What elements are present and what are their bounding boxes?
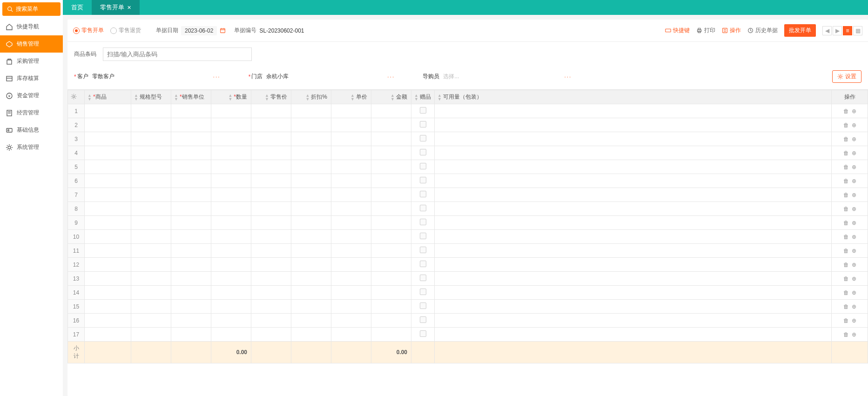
table-row[interactable]: 13🗑⊕ [68,272,868,286]
table-row[interactable]: 7🗑⊕ [68,188,868,202]
print-link[interactable]: 打印 [696,27,715,34]
gift-checkbox[interactable] [420,205,426,211]
col-discount[interactable]: ▲▼折扣% [291,90,331,104]
gift-checkbox[interactable] [420,261,426,267]
add-row-icon[interactable]: ⊕ [852,136,856,142]
table-row[interactable]: 8🗑⊕ [68,202,868,216]
delete-row-icon[interactable]: 🗑 [843,108,849,114]
add-row-icon[interactable]: ⊕ [852,206,856,212]
gift-checkbox[interactable] [420,289,426,295]
gift-checkbox[interactable] [420,219,426,225]
sidebar-item-purchase[interactable]: 采购管理 [0,53,63,70]
col-avail[interactable]: ▲▼可用量（包装） [435,90,832,104]
delete-row-icon[interactable]: 🗑 [843,136,849,142]
barcode-input[interactable] [103,47,252,61]
delete-row-icon[interactable]: 🗑 [843,303,849,310]
delete-row-icon[interactable]: 🗑 [843,192,849,198]
add-row-icon[interactable]: ⊕ [852,192,856,198]
delete-row-icon[interactable]: 🗑 [843,317,849,324]
shortcut-link[interactable]: 快捷键 [665,27,690,34]
add-row-icon[interactable]: ⊕ [852,248,856,254]
col-gift[interactable]: ▲▼赠品 [411,90,435,104]
add-row-icon[interactable]: ⊕ [852,164,856,170]
add-row-icon[interactable]: ⊕ [852,150,856,156]
delete-row-icon[interactable]: 🗑 [843,248,849,254]
delete-row-icon[interactable]: 🗑 [843,150,849,156]
history-link[interactable]: 历史单据 [747,27,778,34]
add-row-icon[interactable]: ⊕ [852,108,856,114]
settings-button[interactable]: 设置 [832,70,861,83]
add-row-icon[interactable]: ⊕ [852,262,856,268]
add-row-icon[interactable]: ⊕ [852,317,856,324]
radio-retail-order[interactable]: 零售开单 [73,27,104,34]
prev-button[interactable]: ◀ [822,26,832,35]
table-row[interactable]: 12🗑⊕ [68,258,868,272]
table-row[interactable]: 6🗑⊕ [68,174,868,188]
table-row[interactable]: 3🗑⊕ [68,132,868,146]
table-row[interactable]: 9🗑⊕ [68,216,868,230]
gift-checkbox[interactable] [420,121,426,128]
store-value[interactable]: 余杭小库 [266,73,387,81]
col-gear[interactable] [68,90,85,104]
store-more[interactable]: ··· [387,74,395,80]
gift-checkbox[interactable] [420,191,426,197]
guide-more[interactable]: ··· [564,74,572,80]
tab-retail-order[interactable]: 零售开单✕ [92,0,140,15]
grid-view-button[interactable]: ▦ [853,26,862,35]
col-qty[interactable]: ▲▼*数量 [211,90,251,104]
delete-row-icon[interactable]: 🗑 [843,234,849,240]
delete-row-icon[interactable]: 🗑 [843,206,849,212]
add-row-icon[interactable]: ⊕ [852,122,856,128]
col-price[interactable]: ▲▼单价 [331,90,371,104]
calendar-icon[interactable] [220,27,226,34]
delete-row-icon[interactable]: 🗑 [843,289,849,296]
gift-checkbox[interactable] [420,247,426,253]
delete-row-icon[interactable]: 🗑 [843,262,849,268]
add-row-icon[interactable]: ⊕ [852,234,856,240]
sidebar-item-operation[interactable]: 经营管理 [0,104,63,121]
table-row[interactable]: 17🗑⊕ [68,328,868,342]
table-row[interactable]: 2🗑⊕ [68,118,868,132]
add-row-icon[interactable]: ⊕ [852,220,856,226]
gift-checkbox[interactable] [420,302,426,309]
table-row[interactable]: 16🗑⊕ [68,314,868,328]
operate-link[interactable]: 操作 [722,27,741,34]
delete-row-icon[interactable]: 🗑 [843,122,849,128]
gift-checkbox[interactable] [420,316,426,323]
col-spec[interactable]: ▲▼规格型号 [131,90,171,104]
gift-checkbox[interactable] [420,163,426,169]
gift-checkbox[interactable] [420,330,426,337]
add-row-icon[interactable]: ⊕ [852,289,856,296]
delete-row-icon[interactable]: 🗑 [843,220,849,226]
delete-row-icon[interactable]: 🗑 [843,164,849,170]
next-button[interactable]: ▶ [833,26,842,35]
sidebar-item-system[interactable]: 系统管理 [0,139,63,156]
sidebar-item-sales[interactable]: 销售管理 [0,35,63,53]
sidebar-item-finance[interactable]: ¥资金管理 [0,87,63,104]
radio-retail-return[interactable]: 零售退货 [110,27,141,34]
table-row[interactable]: 1🗑⊕ [68,104,868,118]
gift-checkbox[interactable] [420,107,426,114]
col-retail[interactable]: ▲▼零售价 [251,90,291,104]
gift-checkbox[interactable] [420,135,426,141]
customer-more[interactable]: ··· [213,74,221,80]
gift-checkbox[interactable] [420,233,426,239]
search-menu-button[interactable]: 搜索菜单 [2,2,61,16]
col-product[interactable]: ▲▼*商品 [85,90,131,104]
guide-select[interactable]: 选择... [443,73,564,81]
table-row[interactable]: 11🗑⊕ [68,244,868,258]
list-view-button[interactable]: ≡ [843,26,852,35]
add-row-icon[interactable]: ⊕ [852,178,856,184]
sidebar-item-basic[interactable]: 基础信息 [0,121,63,139]
delete-row-icon[interactable]: 🗑 [843,275,849,282]
date-value[interactable]: 2023-06-02 [181,26,217,35]
col-unit[interactable]: ▲▼*销售单位 [171,90,211,104]
gift-checkbox[interactable] [420,177,426,183]
bulk-order-button[interactable]: 批发开单 [784,24,816,37]
add-row-icon[interactable]: ⊕ [852,331,856,338]
table-row[interactable]: 5🗑⊕ [68,160,868,174]
sidebar-item-quicknav[interactable]: 快捷导航 [0,18,63,35]
gift-checkbox[interactable] [420,275,426,281]
sidebar-item-inventory[interactable]: 库存核算 [0,70,63,87]
table-row[interactable]: 15🗑⊕ [68,300,868,314]
